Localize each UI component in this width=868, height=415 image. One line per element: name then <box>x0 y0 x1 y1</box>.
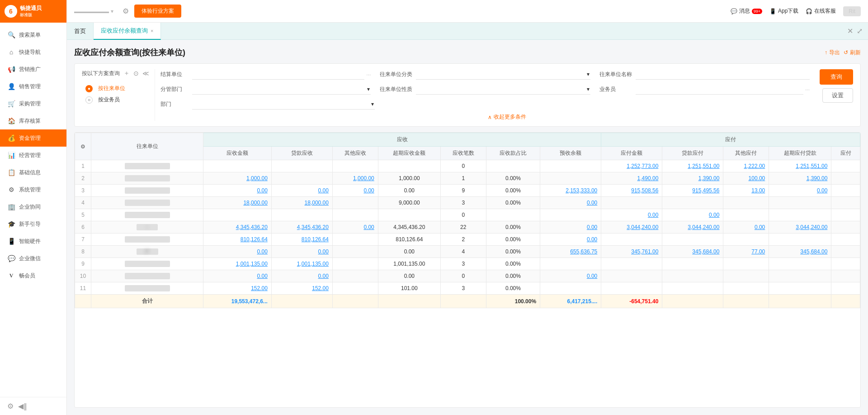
cell-value[interactable]: 0.00 <box>723 221 769 234</box>
tab-ar-balance[interactable]: 应收应付余额查询 × <box>94 23 161 40</box>
cell-value[interactable]: 77.00 <box>723 246 769 258</box>
cell-value[interactable]: 0.00 <box>203 270 272 282</box>
sidebar-collapse-icon[interactable]: ◀‖ <box>18 402 27 410</box>
cell-value[interactable]: 3,044,240.00 <box>769 221 831 234</box>
filter-partner-name-input[interactable] <box>636 69 810 80</box>
cell-value[interactable]: 0.00 <box>271 185 332 197</box>
sidebar-item-inventory[interactable]: 🏠 库存核算 <box>0 112 66 129</box>
cell-value[interactable]: 0.00 <box>540 234 601 246</box>
cell-value[interactable]: 1,000.00 <box>332 172 378 185</box>
cell-value[interactable]: 100.00 <box>723 172 769 185</box>
table-scroll[interactable]: ⚙ 往来单位 应收 应付 应收金额 贷款应收 其他应收 超期应收金额 应收笔数 … <box>75 133 860 407</box>
tab-close-icon[interactable]: × <box>151 28 153 33</box>
col-settings[interactable]: ⚙ <box>75 133 91 160</box>
cell-value[interactable]: 345,761.00 <box>601 246 662 258</box>
filter-settlement-dots[interactable]: ··· <box>366 72 371 78</box>
filter-partner-type-select[interactable]: ▾ <box>416 69 590 80</box>
sidebar-item-guide[interactable]: 🎓 新手引导 <box>0 215 66 233</box>
sidebar-item-corp[interactable]: 🏢 企业协同 <box>0 198 66 215</box>
online-service-area[interactable]: 🎧 在线客服 <box>806 7 836 15</box>
cell-value[interactable]: 0.00 <box>203 185 272 197</box>
cell-value[interactable]: 1,252,773.00 <box>601 160 662 172</box>
sidebar-item-finance[interactable]: 💰 资金管理 <box>0 129 66 147</box>
cell-value[interactable]: 152.00 <box>271 282 332 295</box>
cell-value[interactable]: 1,251,551.00 <box>769 160 831 172</box>
cell-value[interactable]: 1,390.00 <box>662 172 723 185</box>
sidebar-item-operation[interactable]: 📊 经营管理 <box>0 147 66 164</box>
cell-value[interactable]: 0.00 <box>662 209 723 221</box>
cell-value[interactable]: 0.00 <box>540 270 601 282</box>
filter-salesman-dots[interactable]: ··· <box>805 86 810 93</box>
cell-value[interactable]: 345,684.00 <box>769 246 831 258</box>
cell-value[interactable]: 915,508.56 <box>601 185 662 197</box>
sidebar-settings-icon[interactable]: ⚙ <box>7 402 14 410</box>
cell-value[interactable]: 1,222.00 <box>723 160 769 172</box>
sidebar-item-search[interactable]: 🔍 搜索菜单 <box>0 26 66 43</box>
message-area[interactable]: 💬 消息 99+ <box>731 7 762 15</box>
filter-option-by-partner[interactable]: ● 按往来单位 <box>82 83 149 94</box>
cell-value[interactable]: 655,636.75 <box>540 246 601 258</box>
user-name[interactable]: Rit <box>843 6 861 16</box>
filter-settlement-input[interactable] <box>192 69 364 80</box>
cell-value[interactable]: 18,000.00 <box>203 197 272 209</box>
cell-value[interactable]: 0.00 <box>540 197 601 209</box>
sidebar-item-marketing[interactable]: 📢 营销推广 <box>0 61 66 78</box>
cell-empty <box>540 258 601 270</box>
filter-nature-select[interactable]: ▾ <box>416 84 590 95</box>
refresh-btn[interactable]: ↺ 刷新 <box>844 49 861 57</box>
cell-empty <box>332 270 378 282</box>
filter-bumen-select[interactable]: ▾ <box>192 99 375 110</box>
sidebar-item-system[interactable]: ⚙ 系统管理 <box>0 181 66 198</box>
cell-value[interactable]: 345,684.00 <box>662 246 723 258</box>
filter-salesman-input[interactable] <box>636 84 803 95</box>
cell-value[interactable]: 18,000.00 <box>271 197 332 209</box>
sidebar-item-purchase[interactable]: 🛒 采购管理 <box>0 95 66 112</box>
sidebar-item-sales[interactable]: 👤 销售管理 <box>0 78 66 95</box>
solution-btn[interactable]: 体验行业方案 <box>134 5 181 18</box>
cell-value[interactable]: 0.00 <box>540 221 601 234</box>
cell-value[interactable]: 0.00 <box>769 185 831 197</box>
cell-value[interactable]: 0.00 <box>601 209 662 221</box>
sidebar-item-wechat[interactable]: 💬 企业微信 <box>0 250 66 267</box>
cell-value[interactable]: 0.00 <box>203 246 272 258</box>
filter-collapse-left-icon[interactable]: ≪ <box>142 70 149 77</box>
app-download-area[interactable]: 📱 App下载 <box>769 7 798 15</box>
cell-value[interactable]: 4,345,436.20 <box>203 221 272 234</box>
window-maximize-icon[interactable]: ⤢ <box>857 27 863 35</box>
cell-value[interactable]: 1,001,135.00 <box>271 258 332 270</box>
cell-value[interactable]: 4,345,436.20 <box>271 221 332 234</box>
filter-add-icon[interactable]: ＋ <box>123 69 130 77</box>
export-btn[interactable]: ↑ 导出 <box>825 49 840 57</box>
filter-dept-select[interactable]: ▾ <box>192 84 371 95</box>
query-btn[interactable]: 查询 <box>820 69 853 85</box>
cell-value[interactable]: 1,001,135.00 <box>203 258 272 270</box>
topbar-gear-icon[interactable]: ⚙ <box>123 7 129 15</box>
collapse-btn[interactable]: ∧ 收起更多条件 <box>160 113 853 121</box>
cell-value[interactable]: 13.00 <box>723 185 769 197</box>
sidebar-item-quick-nav[interactable]: ⌂ 快捷导航 <box>0 43 66 61</box>
cell-value[interactable]: 2,153,333.00 <box>540 185 601 197</box>
window-close-icon[interactable]: ✕ <box>847 27 853 35</box>
sidebar-item-base-info[interactable]: 📋 基础信息 <box>0 164 66 181</box>
cell-value[interactable]: 0.00 <box>271 270 332 282</box>
settings-btn[interactable]: 设置 <box>822 88 853 103</box>
tab-home[interactable]: 首页 <box>67 23 94 40</box>
cell-value[interactable]: 1,251,551.00 <box>662 160 723 172</box>
cell-value[interactable]: 1,490.00 <box>601 172 662 185</box>
cell-value[interactable]: 810,126.64 <box>271 234 332 246</box>
filter-settings-icon[interactable]: ⊙ <box>133 70 139 77</box>
cell-value[interactable]: 1,390.00 <box>769 172 831 185</box>
cell-value[interactable]: 1,000.00 <box>203 172 272 185</box>
sidebar-item-member[interactable]: V 畅会员 <box>0 267 66 284</box>
cell-plain: 0.00% <box>486 270 540 282</box>
cell-value[interactable]: 0.00 <box>332 221 378 234</box>
filter-option-by-salesman[interactable]: ○ 按业务员 <box>82 94 149 105</box>
cell-value[interactable]: 3,044,240.00 <box>662 221 723 234</box>
sidebar-item-hardware[interactable]: 📱 智能硬件 <box>0 233 66 250</box>
cell-value[interactable]: 0.00 <box>332 185 378 197</box>
cell-value[interactable]: 152.00 <box>203 282 272 295</box>
cell-value[interactable]: 810,126.64 <box>203 234 272 246</box>
cell-value[interactable]: 0.00 <box>271 246 332 258</box>
cell-value[interactable]: 3,044,240.00 <box>601 221 662 234</box>
cell-value[interactable]: 915,495.56 <box>662 185 723 197</box>
